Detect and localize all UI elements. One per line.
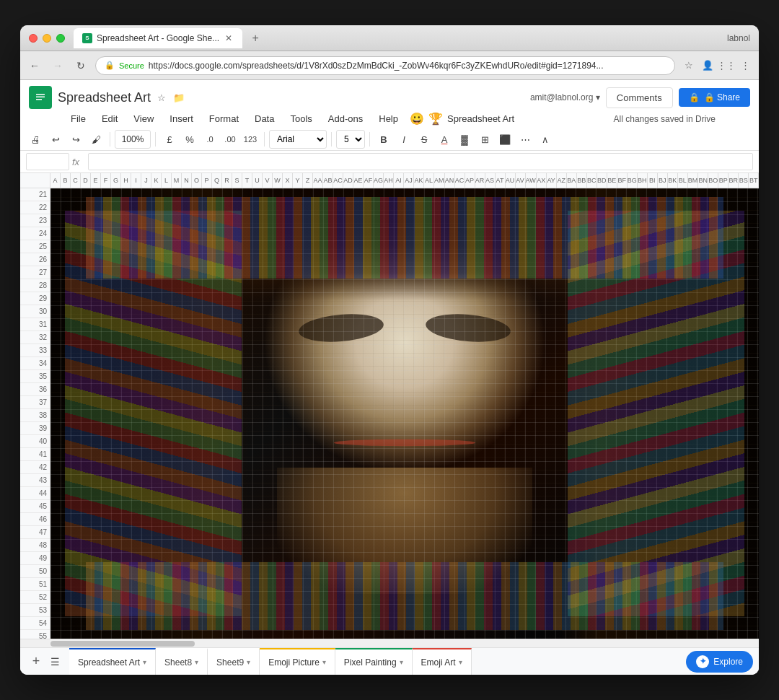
url-bar[interactable]: 🔒 Secure https://docs.google.com/spreads… <box>95 56 675 75</box>
print-button[interactable]: 🖨 <box>26 130 45 149</box>
col-header-Y: Y <box>293 173 303 188</box>
highlight-button[interactable]: ▓ <box>455 130 474 149</box>
cell-reference-box[interactable] <box>26 153 69 170</box>
font-selector[interactable]: Arial <box>269 130 327 149</box>
back-button[interactable]: ← <box>26 57 43 74</box>
undo-button[interactable]: ↩ <box>46 130 65 149</box>
explore-button[interactable]: ✦ Explore <box>686 651 753 673</box>
col-header-AG: AG <box>374 173 384 188</box>
cells-area[interactable] <box>50 188 759 639</box>
row-number-40: 40 <box>20 435 50 448</box>
tab-close-button[interactable]: ✕ <box>224 33 234 43</box>
profile-icon[interactable]: 👤 <box>700 58 716 74</box>
col-header-BB: BB <box>577 173 587 188</box>
sheet-tab-sheet8-menu[interactable]: ▾ <box>195 658 198 666</box>
forward-button[interactable]: → <box>49 57 66 74</box>
col-header-BT: BT <box>749 173 759 188</box>
row-number-41: 41 <box>20 448 50 461</box>
font-color-button[interactable]: A <box>435 130 454 149</box>
browser-tab[interactable]: S Spreadsheet Art - Google She... ✕ <box>74 28 242 48</box>
collapse-toolbar-button[interactable]: ∧ <box>536 130 555 149</box>
auto-save-status: All changes saved in Drive <box>614 114 716 124</box>
menu-file[interactable]: File <box>63 110 93 127</box>
sheets-logo <box>29 86 52 109</box>
sheet-tab-pixel-painting-label: Pixel Painting <box>344 657 397 668</box>
col-header-BL: BL <box>678 173 688 188</box>
add-sheet-button[interactable]: + <box>26 652 46 672</box>
row-number-50: 50 <box>20 565 50 578</box>
secure-label: Secure <box>119 61 144 70</box>
bold-button[interactable]: B <box>374 130 393 149</box>
scrollbar-thumb[interactable] <box>50 641 195 647</box>
sheet-tab-emoji-picture[interactable]: Emoji Picture ▾ <box>260 648 335 675</box>
row-number-32: 32 <box>20 331 50 344</box>
col-header-BG: BG <box>628 173 638 188</box>
sheet-tab-sheet9[interactable]: Sheet9 ▾ <box>208 648 260 675</box>
italic-button[interactable]: I <box>395 130 413 149</box>
col-header-G: G <box>111 173 121 188</box>
col-header-J: J <box>141 173 151 188</box>
close-button[interactable] <box>29 34 38 43</box>
row-number-39: 39 <box>20 422 50 435</box>
sheet-tab-emoji-picture-menu[interactable]: ▾ <box>322 658 326 666</box>
menu-edit[interactable]: Edit <box>94 110 125 127</box>
paint-button[interactable]: 🖌 <box>87 130 105 149</box>
toolbar-sep3 <box>264 132 265 146</box>
sheet-tab-emoji-art[interactable]: Emoji Art ▾ <box>413 648 472 675</box>
col-header-AJ: AJ <box>404 173 414 188</box>
menu-help[interactable]: Help <box>371 110 405 127</box>
menu-addons[interactable]: Add-ons <box>321 110 370 127</box>
sheet-tab-sheet9-menu[interactable]: ▾ <box>247 658 250 666</box>
share-button[interactable]: 🔒 🔒 Share <box>679 88 750 107</box>
bookmark-icon[interactable]: ☆ <box>681 58 697 74</box>
merge-button[interactable]: ⬛ <box>496 130 514 149</box>
col-header-C: C <box>71 173 81 188</box>
comments-button[interactable]: Comments <box>606 87 673 108</box>
row-number-23: 23 <box>20 214 50 227</box>
currency-button[interactable]: £ <box>160 130 179 149</box>
percent-button[interactable]: % <box>180 130 199 149</box>
zoom-display[interactable]: 100% <box>115 130 151 149</box>
minimize-button[interactable] <box>43 34 51 43</box>
explore-label: Explore <box>713 657 743 667</box>
url-text: https://docs.google.com/spreadsheets/d/1… <box>149 61 666 71</box>
menu-format[interactable]: Format <box>202 110 246 127</box>
star-icon[interactable]: ☆ <box>155 91 168 104</box>
formula-bar[interactable] <box>88 153 753 170</box>
menu-insert[interactable]: Insert <box>162 110 201 127</box>
decimal2-button[interactable]: .00 <box>221 130 239 149</box>
strikethrough-button[interactable]: S <box>415 130 433 149</box>
sheets-list-button[interactable]: ☰ <box>46 653 63 670</box>
new-tab-button[interactable]: + <box>247 30 264 47</box>
sheet-tab-spreadsheet-art-menu[interactable]: ▾ <box>143 658 146 666</box>
col-header-BF: BF <box>617 173 628 188</box>
col-header-AH: AH <box>384 173 394 188</box>
menu-data[interactable]: Data <box>247 110 281 127</box>
menu-view[interactable]: View <box>126 110 161 127</box>
sheet-tab-emoji-art-menu[interactable]: ▾ <box>459 658 462 666</box>
sheet-tab-pixel-painting-menu[interactable]: ▾ <box>400 658 403 666</box>
row-number-21: 21 <box>20 188 50 201</box>
sheet-tab-sheet9-label: Sheet9 <box>216 657 244 668</box>
sheets-right: amit@labnol.org ▾ Comments 🔒 🔒 Share <box>530 87 750 108</box>
horizontal-scrollbar[interactable] <box>20 639 759 647</box>
more-toolbar-button[interactable]: ⋯ <box>516 130 534 149</box>
sheet-tab-sheet8[interactable]: Sheet8 ▾ <box>156 648 208 675</box>
redo-button[interactable]: ↪ <box>66 130 85 149</box>
row-number-header-cell <box>20 173 50 188</box>
font-size-selector[interactable]: 5 6 8 10 12 <box>336 130 365 149</box>
sheets-title-area: Spreadsheet Art ☆ 📁 <box>58 90 185 105</box>
extensions-icon[interactable]: ⋮⋮ <box>718 58 734 74</box>
share-lock-icon: 🔒 <box>689 92 700 102</box>
menu-icon[interactable]: ⋮ <box>737 58 753 74</box>
refresh-button[interactable]: ↻ <box>72 57 89 74</box>
borders-button[interactable]: ⊞ <box>475 130 494 149</box>
decimal1-button[interactable]: .0 <box>201 130 219 149</box>
menu-tools[interactable]: Tools <box>283 110 319 127</box>
number-format-button[interactable]: 123 <box>241 130 260 149</box>
sheet-tab-spreadsheet-art[interactable]: Spreadsheet Art ▾ <box>69 648 156 675</box>
folder-icon[interactable]: 📁 <box>172 91 185 104</box>
maximize-button[interactable] <box>56 34 65 43</box>
col-header-B: B <box>61 173 71 188</box>
sheet-tab-pixel-painting[interactable]: Pixel Painting ▾ <box>335 648 413 675</box>
